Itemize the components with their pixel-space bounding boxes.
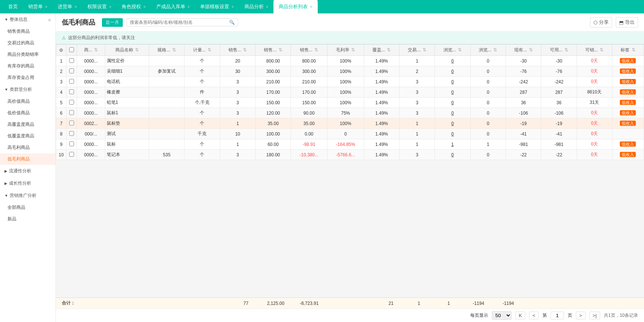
row-view1[interactable]: 0 (435, 98, 470, 108)
sidebar-item-low-coverage[interactable]: 低覆盖度商品 (0, 130, 55, 142)
sidebar-item-stock-goods[interactable]: 有库存的商品 (0, 60, 55, 72)
search-icon[interactable]: 🔍 (229, 20, 235, 25)
row-checkbox[interactable] (67, 56, 77, 66)
col-view1[interactable]: 浏览... ⇅ (435, 45, 470, 56)
export-button[interactable]: ⬒ 导出 (616, 17, 638, 28)
select-all-checkbox[interactable] (69, 47, 74, 52)
next-page-button[interactable]: > (576, 312, 586, 319)
col-sale-price[interactable]: 销售... ⇅ (255, 45, 291, 56)
col-checkbox-all[interactable] (67, 45, 77, 56)
col-sale-profit[interactable]: 销售... ⇅ (291, 45, 327, 56)
row-select-checkbox[interactable] (69, 89, 74, 94)
row-view1[interactable]: 1 (435, 139, 470, 150)
sidebar-item-capital[interactable]: 库存资金占用 (0, 72, 55, 83)
sidebar-item-high-margin[interactable]: 高毛利商品 (0, 142, 55, 153)
row-checkbox[interactable] (67, 108, 77, 118)
sidebar-group-marketing[interactable]: ▼ 营销推广分析 (0, 189, 55, 202)
row-view1[interactable]: 0 (435, 66, 470, 77)
row-select-checkbox[interactable] (69, 131, 74, 136)
last-page-button[interactable]: >| (589, 312, 600, 319)
nav-template-close[interactable]: × (231, 4, 234, 9)
sidebar-group-cluster[interactable]: ▼ 类群堂分析 (0, 83, 55, 96)
col-available[interactable]: 可用... ⇅ (541, 45, 577, 56)
nav-products-close[interactable]: × (188, 4, 190, 9)
col-config[interactable]: ⚙ (56, 45, 67, 56)
nav-purchase-close[interactable]: × (74, 4, 77, 9)
nav-sales[interactable]: 销货单 × (23, 0, 52, 13)
nav-sales-close[interactable]: × (45, 4, 47, 9)
col-name[interactable]: 商品名称 ⇅ (105, 45, 149, 56)
row-view1[interactable]: 0 (435, 118, 470, 129)
col-gross-margin[interactable]: 毛利率 ⇅ (327, 45, 364, 56)
sidebar-item-high-value[interactable]: 高价值商品 (0, 96, 55, 107)
sidebar-item-sales-goods[interactable]: 销售类商品 (0, 26, 55, 37)
nav-purchase[interactable]: 进货单 × (52, 0, 82, 13)
nav-analysis-list[interactable]: 商品分析列表 × (273, 0, 317, 13)
row-select-checkbox[interactable] (69, 100, 74, 105)
col-trade[interactable]: 交易... ⇅ (399, 45, 435, 56)
search-input[interactable] (130, 20, 229, 25)
row-unit: 个,千克 (185, 98, 220, 108)
row-view1[interactable]: 0 (435, 87, 470, 98)
row-select-checkbox[interactable] (69, 58, 74, 63)
sidebar-item-all-goods[interactable]: 全部商品 (0, 202, 55, 213)
page-number-input[interactable] (551, 312, 564, 319)
sidebar-item-new-goods[interactable]: 新品 (0, 213, 55, 225)
row-sale-profit: 800.00 (291, 56, 327, 66)
sidebar-group-flow[interactable]: ▶ 流通性分析 (0, 165, 55, 177)
share-button[interactable]: ⬡ 分享 (590, 17, 612, 28)
row-available: -22 (541, 150, 577, 160)
row-select-checkbox[interactable] (69, 141, 74, 146)
sidebar-group-overall[interactable]: ▼ 整体信息 « (0, 13, 55, 26)
row-view1[interactable]: 0 (435, 77, 470, 87)
row-view1[interactable]: 0 (435, 108, 470, 118)
sidebar-item-traded-goods[interactable]: 交易过的商品 (0, 37, 55, 49)
col-coverage[interactable]: 覆盖... ⇅ (364, 45, 399, 56)
nav-analysis-list-close[interactable]: × (310, 4, 312, 9)
col-sale-qty[interactable]: 销售... ⇅ (220, 45, 255, 56)
row-coverage: 1.49% (364, 77, 399, 87)
nav-products[interactable]: 产成品入库单 × (151, 0, 195, 13)
sidebar-item-high-coverage[interactable]: 高覆盖度商品 (0, 119, 55, 130)
col-view2[interactable]: 浏览... ⇅ (470, 45, 506, 56)
col-code[interactable]: 商... ⇅ (77, 45, 105, 56)
sidebar-item-low-margin[interactable]: 低毛利商品 (0, 153, 55, 165)
row-view1[interactable]: 0 (435, 129, 470, 139)
sidebar-group-growth[interactable]: ▶ 成长性分析 (0, 177, 55, 189)
row-view1[interactable]: 0 (435, 150, 470, 160)
row-checkbox[interactable] (67, 118, 77, 129)
col-tag[interactable]: 标签 ⇅ (612, 45, 644, 56)
page-size-select[interactable]: 50 100 200 (492, 311, 512, 320)
row-select-checkbox[interactable] (69, 79, 74, 84)
row-checkbox[interactable] (67, 87, 77, 98)
date-filter-button[interactable]: 近一月 (102, 18, 123, 27)
row-checkbox[interactable] (67, 66, 77, 77)
nav-roles-close[interactable]: × (143, 4, 145, 9)
row-checkbox[interactable] (67, 139, 77, 150)
nav-home[interactable]: 首页 (3, 0, 23, 13)
col-unit[interactable]: 计量... ⇅ (185, 45, 220, 56)
col-saleable[interactable]: 可销... ⇅ (577, 45, 612, 56)
nav-roles[interactable]: 角色授权 × (116, 0, 151, 13)
nav-permissions-close[interactable]: × (109, 4, 111, 9)
row-select-checkbox[interactable] (69, 110, 74, 115)
col-spec[interactable]: 规格... ⇅ (149, 45, 184, 56)
sidebar-collapse-icon[interactable]: « (48, 17, 51, 23)
sidebar-item-low-value[interactable]: 低价值商品 (0, 107, 55, 119)
row-checkbox[interactable] (67, 98, 77, 108)
row-checkbox[interactable] (67, 77, 77, 87)
row-checkbox[interactable] (67, 150, 77, 160)
nav-analysis[interactable]: 商品分析 × (239, 0, 273, 13)
nav-analysis-close[interactable]: × (266, 4, 268, 9)
row-select-checkbox[interactable] (69, 68, 74, 73)
nav-template[interactable]: 单据模板设置 × (195, 0, 239, 13)
first-page-button[interactable]: K (515, 312, 525, 319)
row-view1[interactable]: 0 (435, 56, 470, 66)
row-checkbox[interactable] (67, 129, 77, 139)
row-select-checkbox[interactable] (69, 121, 74, 125)
col-current[interactable]: 现有... ⇅ (506, 45, 541, 56)
nav-permissions[interactable]: 权限设置 × (82, 0, 116, 13)
prev-page-button[interactable]: < (529, 312, 539, 319)
row-select-checkbox[interactable] (69, 152, 74, 157)
sidebar-item-category-rate[interactable]: 商品分类助销率 (0, 49, 55, 60)
